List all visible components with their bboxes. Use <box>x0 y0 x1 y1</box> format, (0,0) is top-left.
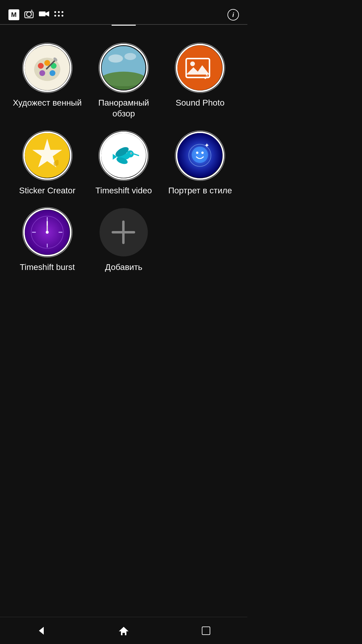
app-soundphoto[interactable]: ♪ Sound Photo <box>165 44 235 119</box>
svg-point-14 <box>44 60 50 65</box>
svg-marker-60 <box>39 627 44 635</box>
app-panorama[interactable]: Панорамныйобзор <box>88 44 159 119</box>
app-label-sticker: Sticker Creator <box>19 185 75 196</box>
svg-point-8 <box>54 15 56 17</box>
app-label-portrait: Портрет в стиле <box>168 185 232 196</box>
svg-point-23 <box>124 53 136 60</box>
app-timeshift-video[interactable]: Timeshift video <box>88 132 159 196</box>
nav-back-button[interactable] <box>32 622 50 640</box>
app-label-burst: Timeshift burst <box>20 262 75 273</box>
svg-point-22 <box>108 54 123 62</box>
app-label-add: Добавить <box>105 262 142 273</box>
apps-grid: Художест венный Панорамныйобзор <box>0 26 247 291</box>
app-icon-portrait: ✦ <box>176 132 224 180</box>
video-icon <box>39 11 49 19</box>
app-portrait[interactable]: ✦ Портрет в стиле <box>165 132 235 196</box>
app-icon-artistic <box>23 44 71 92</box>
svg-text:♪: ♪ <box>204 69 209 81</box>
camera-plus-icon: + <box>24 9 34 20</box>
svg-point-45 <box>196 152 198 154</box>
app-icon-add <box>100 208 148 256</box>
top-bar-left: M + <box>8 9 64 20</box>
svg-point-26 <box>177 45 222 90</box>
svg-point-40 <box>131 153 132 154</box>
svg-rect-63 <box>122 633 125 635</box>
grid-dots-icon <box>54 10 64 20</box>
svg-point-56 <box>46 231 49 234</box>
app-artistic[interactable]: Художест венный <box>12 44 82 119</box>
svg-point-35 <box>127 151 134 157</box>
app-sticker[interactable]: Sticker Creator <box>12 132 82 196</box>
svg-point-28 <box>190 61 195 66</box>
svg-point-5 <box>54 11 56 13</box>
app-icon-panorama <box>100 44 148 92</box>
app-icon-soundphoto: ♪ <box>176 44 224 92</box>
svg-marker-61 <box>119 627 129 631</box>
svg-point-0 <box>27 12 31 17</box>
svg-point-7 <box>62 11 63 13</box>
app-burst[interactable]: Timeshift burst <box>12 208 82 273</box>
info-icon[interactable]: i <box>227 9 239 21</box>
svg-point-17 <box>39 70 45 76</box>
svg-marker-4 <box>46 11 49 17</box>
nav-square-icon <box>202 627 210 635</box>
app-icon-burst <box>23 208 71 256</box>
nav-recent-button[interactable] <box>197 622 215 640</box>
app-label-panorama: Панорамныйобзор <box>98 97 149 119</box>
svg-point-9 <box>58 15 60 17</box>
svg-point-44 <box>192 147 208 163</box>
top-bar: M + i <box>0 0 247 24</box>
app-label-timeshift-video: Timeshift video <box>95 185 152 196</box>
app-icon-timeshift-video <box>100 132 148 180</box>
app-icon-sticker <box>23 132 71 180</box>
bottom-nav <box>0 617 247 644</box>
svg-point-6 <box>58 11 60 13</box>
svg-point-16 <box>49 70 55 76</box>
svg-point-25 <box>101 71 146 86</box>
app-label-soundphoto: Sound Photo <box>176 97 224 108</box>
svg-point-46 <box>202 152 204 154</box>
svg-point-13 <box>38 63 43 68</box>
svg-text:+: + <box>31 9 33 12</box>
nav-home-button[interactable] <box>115 622 133 640</box>
app-add[interactable]: Добавить <box>88 208 159 273</box>
m-icon: M <box>8 9 19 20</box>
app-label-artistic: Художест венный <box>13 97 81 108</box>
svg-point-10 <box>62 15 63 17</box>
svg-text:✦: ✦ <box>204 142 210 149</box>
svg-rect-3 <box>39 11 46 16</box>
